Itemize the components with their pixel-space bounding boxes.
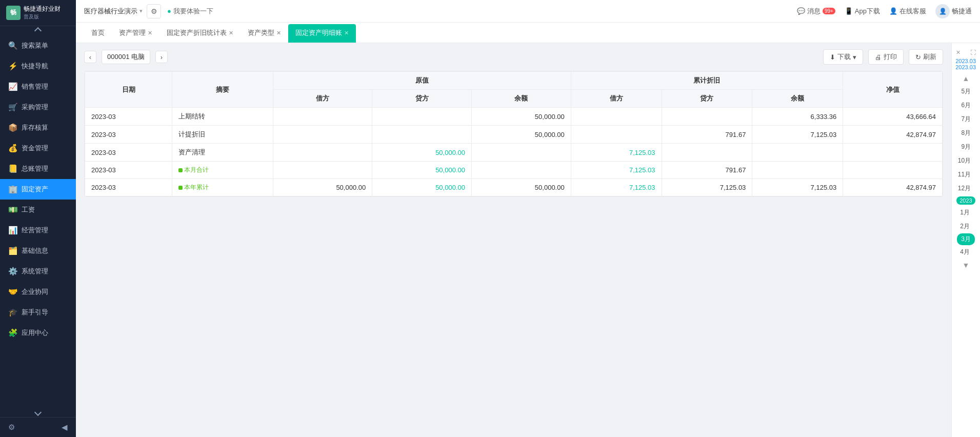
tab-depreciation-stat-close[interactable]: ✕ bbox=[229, 30, 233, 36]
right-timeline-panel: ✕ ⛶ 2023.03 2023.03 ▲ 5月6月7月8月9月10月11月12… bbox=[951, 43, 980, 437]
sidebar-item-salary[interactable]: 💵 工资 bbox=[0, 200, 76, 220]
sidebar-item-fixed-assets[interactable]: 🏢 固定资产 bbox=[0, 179, 76, 200]
sidebar-item-sales[interactable]: 📈 销售管理 bbox=[0, 76, 76, 97]
refresh-label: 刷新 bbox=[923, 52, 936, 62]
message-icon: 💬 bbox=[797, 7, 805, 15]
message-badge: 99+ bbox=[823, 8, 835, 14]
col-original-value: 原值 bbox=[273, 72, 571, 90]
timeline-month-item[interactable]: 12月 bbox=[956, 182, 976, 195]
cell-acc-credit bbox=[662, 144, 752, 162]
sidebar-item-system[interactable]: ⚙️ 系统管理 bbox=[0, 261, 76, 282]
prev-asset-button[interactable]: ‹ bbox=[84, 51, 96, 63]
sidebar-item-purchase[interactable]: 🛒 采购管理 bbox=[0, 97, 76, 117]
sidebar-item-label: 新手引导 bbox=[22, 308, 48, 317]
base-icon: 🗂️ bbox=[8, 246, 17, 255]
timeline-month-item[interactable]: 7月 bbox=[956, 112, 976, 126]
timeline-down-arrow[interactable]: ▼ bbox=[961, 259, 972, 271]
cell-orig-debit bbox=[273, 108, 372, 126]
collapse-icon[interactable]: ◀ bbox=[62, 423, 68, 432]
sidebar-item-ops[interactable]: 📊 经营管理 bbox=[0, 220, 76, 241]
sidebar-item-label: 工资 bbox=[22, 205, 35, 214]
right-panel-expand-button[interactable]: ⛶ bbox=[970, 49, 976, 56]
sidebar-scroll-up[interactable] bbox=[34, 27, 42, 34]
timeline-month-item[interactable]: 8月 bbox=[956, 126, 976, 140]
sidebar-scroll-down[interactable] bbox=[34, 409, 42, 416]
cell-summary: 上期结转 bbox=[172, 108, 273, 126]
customer-service-button[interactable]: 👤 在线客服 bbox=[889, 7, 926, 16]
content-toolbar: ‹ 000001 电脑 › ⬇ 下载 ▾ 🖨 打印 ↻ bbox=[84, 49, 943, 65]
sidebar-item-label: 库存核算 bbox=[22, 123, 48, 132]
ledger-icon: 📒 bbox=[8, 164, 17, 173]
tab-asset-mgmt[interactable]: 资产管理 ✕ bbox=[112, 24, 159, 43]
sidebar-item-label: 搜索菜单 bbox=[22, 41, 48, 50]
settings-icon[interactable]: ⚙ bbox=[8, 423, 15, 432]
timeline-month-item[interactable]: 2月 bbox=[957, 220, 975, 233]
sidebar-item-label: 采购管理 bbox=[22, 103, 48, 112]
next-asset-button[interactable]: › bbox=[155, 51, 168, 63]
cell-acc-debit: 7,125.03 bbox=[571, 144, 662, 162]
col-acc-credit: 贷方 bbox=[662, 90, 752, 108]
company-selector[interactable]: 医疗器械行业演示 ▾ bbox=[84, 7, 143, 16]
sidebar-nav: 🔍 搜索菜单 ⚡ 快捷导航 📈 销售管理 🛒 采购管理 📦 库存核算 💰 资金管… bbox=[0, 35, 76, 408]
tab-asset-detail-close[interactable]: ✕ bbox=[344, 30, 349, 36]
sidebar-item-search[interactable]: 🔍 搜索菜单 bbox=[0, 35, 76, 56]
search-icon: 🔍 bbox=[8, 41, 17, 50]
timeline-month-item[interactable]: 5月 bbox=[956, 85, 976, 98]
cell-acc-balance bbox=[752, 162, 843, 179]
sidebar-item-label: 快捷导航 bbox=[22, 62, 48, 71]
sidebar-item-capital[interactable]: 💰 资金管理 bbox=[0, 138, 76, 158]
cell-summary: 本年累计 bbox=[172, 179, 273, 196]
sidebar-logo: 畅 畅捷通好业财 普及版 bbox=[0, 0, 76, 26]
message-button[interactable]: 💬 消息 99+ bbox=[797, 7, 835, 16]
experience-icon: ● bbox=[167, 7, 171, 15]
sidebar-item-coop[interactable]: 🤝 企业协同 bbox=[0, 282, 76, 302]
tab-asset-detail[interactable]: 固定资产明细账 ✕ bbox=[288, 24, 356, 43]
sidebar-item-inventory[interactable]: 📦 库存核算 bbox=[0, 117, 76, 138]
sidebar-item-label: 资金管理 bbox=[22, 144, 48, 153]
company-name: 医疗器械行业演示 bbox=[84, 7, 137, 16]
tab-asset-type-close[interactable]: ✕ bbox=[276, 30, 281, 36]
topbar-settings-button[interactable]: ⚙ bbox=[147, 4, 161, 18]
sidebar-item-base[interactable]: 🗂️ 基础信息 bbox=[0, 241, 76, 261]
timeline-month-item[interactable]: 4月 bbox=[957, 245, 975, 259]
print-button[interactable]: 🖨 打印 bbox=[868, 49, 904, 65]
download-button[interactable]: ⬇ 下载 ▾ bbox=[823, 49, 863, 65]
sidebar-item-apps[interactable]: 🧩 应用中心 bbox=[0, 323, 76, 343]
user-button[interactable]: 👤 畅捷通 bbox=[935, 4, 972, 18]
timeline-month-item[interactable]: 6月 bbox=[956, 98, 976, 112]
cell-date: 2023-03 bbox=[85, 108, 172, 126]
experience-button[interactable]: ● 我要体验一下 bbox=[167, 7, 213, 16]
timeline-months-after: 1月2月3月4月 bbox=[957, 206, 975, 259]
timeline-month-item[interactable]: 3月 bbox=[957, 233, 975, 245]
timeline-up-arrow[interactable]: ▲ bbox=[961, 72, 972, 85]
refresh-button[interactable]: ↻ 刷新 bbox=[909, 49, 943, 65]
tab-asset-mgmt-close[interactable]: ✕ bbox=[148, 30, 152, 36]
sidebar-item-quicknav[interactable]: ⚡ 快捷导航 bbox=[0, 56, 76, 76]
app-download-label: App下载 bbox=[855, 7, 880, 16]
cell-orig-credit bbox=[372, 108, 472, 126]
sidebar-item-ledger[interactable]: 📒 总账管理 bbox=[0, 158, 76, 179]
table-row: 2023-03 上期结转 50,000.00 6,333.36 43,666.6… bbox=[85, 108, 943, 126]
tabs-bar: 首页 资产管理 ✕ 固定资产折旧统计表 ✕ 资产类型 ✕ 固定资产明细账 ✕ bbox=[76, 23, 980, 43]
timeline-month-item[interactable]: 9月 bbox=[956, 140, 976, 154]
right-panel-header: ✕ ⛶ bbox=[952, 47, 980, 58]
table-row: 2023-03 本年累计 50,000.00 50,000.00 50,000.… bbox=[85, 179, 943, 196]
cell-acc-debit: 7,125.03 bbox=[571, 162, 662, 179]
print-label: 打印 bbox=[884, 52, 897, 62]
app-download-button[interactable]: 📱 App下载 bbox=[845, 7, 880, 16]
tab-home[interactable]: 首页 bbox=[84, 24, 112, 43]
timeline-month-item[interactable]: 11月 bbox=[956, 168, 976, 182]
timeline-month-item[interactable]: 1月 bbox=[957, 206, 975, 220]
content-area: ‹ 000001 电脑 › ⬇ 下载 ▾ 🖨 打印 ↻ bbox=[76, 43, 980, 437]
right-panel-close-button[interactable]: ✕ bbox=[956, 49, 961, 56]
cell-net-value: 42,874.97 bbox=[843, 126, 943, 144]
sidebar-item-guide[interactable]: 🎓 新手引导 bbox=[0, 302, 76, 323]
tab-depreciation-stat[interactable]: 固定资产折旧统计表 ✕ bbox=[159, 24, 241, 43]
timeline-month-item[interactable]: 10月 bbox=[956, 154, 976, 168]
sidebar-item-label: 企业协同 bbox=[22, 287, 48, 296]
nav-arrows: ‹ 000001 电脑 › bbox=[84, 50, 168, 64]
cell-summary: 资产清理 bbox=[172, 144, 273, 162]
tab-asset-type[interactable]: 资产类型 ✕ bbox=[241, 24, 288, 43]
summary-text: 计提折旧 bbox=[178, 130, 205, 138]
asset-detail-table: 日期 摘要 原值 累计折旧 净值 借方 贷方 余额 借方 贷方 余额 bbox=[85, 71, 943, 196]
